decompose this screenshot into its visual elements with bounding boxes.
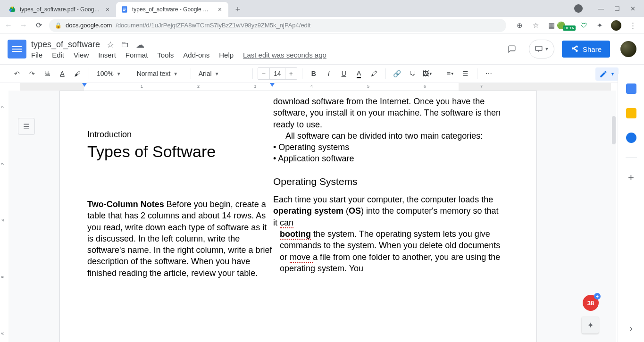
- menu-edit[interactable]: Edit: [52, 51, 64, 59]
- browser-actions: ⊕ ☆ ▦ 🟢BETA 🛡 ✦ ⋮: [512, 20, 640, 31]
- browser-toolbar: ← → ⟳ 🔒 docs.google.com/document/d/1uJrP…: [0, 17, 644, 34]
- highlight-button[interactable]: 🖍: [368, 67, 381, 80]
- notification-badge[interactable]: 38: [583, 295, 599, 311]
- address-bar[interactable]: 🔒 docs.google.com/document/d/1uJrPejqtZF…: [49, 19, 506, 32]
- zoom-icon[interactable]: ⊕: [515, 21, 524, 30]
- profile-indicator-icon[interactable]: [574, 4, 583, 13]
- shield-icon[interactable]: 🛡: [579, 21, 588, 30]
- insert-image-button[interactable]: 🖼▼: [421, 67, 434, 80]
- section-heading: Operating Systems: [273, 175, 504, 188]
- back-button[interactable]: ←: [4, 21, 13, 30]
- vertical-ruler[interactable]: 2 3 4 5 6: [0, 91, 8, 342]
- close-icon[interactable]: ×: [104, 6, 111, 13]
- extensions-puzzle-icon[interactable]: ✦: [595, 21, 604, 30]
- align-button[interactable]: ≡▼: [444, 67, 457, 80]
- hide-sidepanel-button[interactable]: ›: [630, 324, 633, 334]
- calendar-icon[interactable]: [626, 83, 636, 94]
- italic-button[interactable]: I: [322, 67, 335, 80]
- print-button[interactable]: 🖶: [41, 67, 54, 80]
- chrome-menu-button[interactable]: ⋮: [628, 21, 637, 30]
- share-button[interactable]: Share: [562, 41, 610, 58]
- forward-button[interactable]: →: [19, 21, 28, 30]
- extension-icon[interactable]: ▦: [547, 21, 556, 30]
- bookmark-star-icon[interactable]: ☆: [531, 21, 540, 30]
- tab-title: types_of_software.pdf - Google Drive: [20, 6, 100, 13]
- last-edit-link[interactable]: Last edit was seconds ago: [243, 51, 326, 59]
- menu-file[interactable]: File: [31, 51, 42, 59]
- maximize-button[interactable]: ☐: [614, 5, 620, 12]
- more-tools-button[interactable]: ⋯: [482, 67, 495, 80]
- underline-button[interactable]: U: [337, 67, 351, 80]
- url-path: /document/d/1uJrPejqtZFA8wTCrnS7lyBzZ1wV…: [116, 22, 310, 29]
- star-icon[interactable]: ☆: [107, 40, 114, 50]
- menu-view[interactable]: View: [74, 51, 89, 59]
- menu-bar: File Edit View Insert Format Tools Add-o…: [31, 51, 498, 59]
- minimize-button[interactable]: —: [598, 5, 604, 12]
- svg-rect-4: [123, 8, 126, 8]
- text-color-button[interactable]: A: [352, 67, 366, 80]
- font-family-select[interactable]: Arial▼: [196, 70, 248, 77]
- open-comments-button[interactable]: [502, 40, 521, 58]
- tasks-icon[interactable]: [626, 133, 636, 143]
- scrollbar-thumb[interactable]: [612, 116, 616, 144]
- line-spacing-button[interactable]: ☰: [459, 67, 472, 80]
- side-panel: + ›: [618, 74, 644, 342]
- explore-button[interactable]: ✦: [582, 317, 599, 334]
- browser-tab[interactable]: types_of_software.pdf - Google Drive ×: [4, 2, 116, 17]
- svg-rect-5: [123, 9, 126, 9]
- window-controls: — ☐ ✕: [574, 0, 644, 17]
- paint-format-button[interactable]: 🖌: [71, 67, 84, 80]
- browser-tab-active[interactable]: types_of_software - Google Docs ×: [116, 2, 228, 17]
- document-title[interactable]: types_of_software: [31, 40, 100, 50]
- indent-marker[interactable]: [270, 83, 275, 87]
- spellcheck-button[interactable]: A: [56, 67, 69, 80]
- left-column-text: Two-Column Notes Before you begin, creat…: [87, 199, 274, 279]
- present-button[interactable]: ▼: [529, 40, 554, 58]
- share-label: Share: [583, 45, 602, 53]
- menu-insert[interactable]: Insert: [98, 51, 116, 59]
- redo-button[interactable]: ↷: [25, 67, 39, 80]
- cloud-status-icon[interactable]: ☁: [136, 40, 144, 50]
- docs-logo-icon[interactable]: [8, 40, 26, 58]
- menu-addons[interactable]: Add-ons: [183, 51, 209, 59]
- account-avatar[interactable]: [620, 41, 636, 57]
- left-indent-marker[interactable]: [82, 83, 87, 87]
- right-column-text: download software from the Internet. Onc…: [273, 96, 504, 274]
- menu-help[interactable]: Help: [219, 51, 234, 59]
- move-icon[interactable]: 🗀: [121, 40, 129, 50]
- menu-format[interactable]: Format: [125, 51, 148, 59]
- profile-avatar[interactable]: [611, 20, 621, 31]
- browser-tab-strip: types_of_software.pdf - Google Drive × t…: [0, 0, 644, 17]
- tab-title: types_of_software - Google Docs: [132, 6, 212, 13]
- font-size-value[interactable]: 14: [269, 68, 285, 79]
- font-size-increase[interactable]: +: [285, 68, 297, 79]
- new-tab-button[interactable]: +: [231, 3, 244, 16]
- insert-link-button[interactable]: 🔗: [391, 67, 404, 80]
- menu-tools[interactable]: Tools: [157, 51, 174, 59]
- get-addons-button[interactable]: +: [628, 172, 634, 184]
- close-window-button[interactable]: ✕: [630, 5, 636, 12]
- insert-comment-button[interactable]: 🗨: [406, 67, 419, 80]
- document-page[interactable]: Introduction Types of Software Two-Colum…: [59, 91, 537, 342]
- docs-icon: [121, 6, 128, 13]
- zoom-select[interactable]: 100%▼: [94, 70, 124, 77]
- docs-header: types_of_software ☆ 🗀 ☁ File Edit View I…: [0, 34, 644, 64]
- horizontal-ruler[interactable]: 1 2 3 4 5 6 7: [20, 83, 611, 91]
- reload-button[interactable]: ⟳: [34, 21, 43, 30]
- drive-icon: [8, 6, 16, 13]
- extension-beta-icon[interactable]: 🟢BETA: [563, 21, 572, 30]
- font-size-stepper: − 14 +: [258, 67, 297, 80]
- undo-button[interactable]: ↶: [10, 67, 24, 80]
- keep-icon[interactable]: [626, 108, 636, 118]
- bold-button[interactable]: B: [307, 67, 320, 80]
- font-size-decrease[interactable]: −: [258, 68, 269, 79]
- editing-mode-button[interactable]: ▼: [595, 67, 619, 81]
- docs-toolbar: ↶ ↷ 🖶 A 🖌 100%▼ Normal text▼ Arial▼ − 14…: [0, 64, 644, 83]
- svg-rect-7: [535, 46, 542, 50]
- url-host: docs.google.com: [66, 22, 112, 29]
- document-canvas: 2 3 4 5 6 ☰ Introduction Types of Softwa…: [0, 91, 616, 342]
- svg-rect-6: [123, 10, 125, 11]
- close-icon[interactable]: ×: [216, 6, 224, 13]
- paragraph-style-select[interactable]: Normal text▼: [134, 70, 186, 77]
- show-outline-button[interactable]: ☰: [18, 118, 35, 135]
